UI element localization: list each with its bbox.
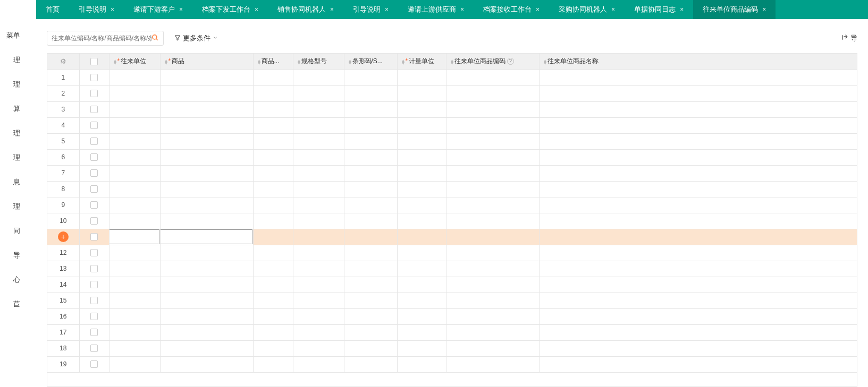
cell[interactable] — [109, 181, 160, 197]
cell[interactable] — [253, 229, 293, 245]
close-icon[interactable]: × — [385, 6, 389, 13]
cell[interactable] — [539, 213, 857, 229]
cell[interactable] — [397, 213, 446, 229]
cell[interactable] — [109, 308, 160, 324]
cell[interactable] — [109, 165, 160, 181]
cell[interactable] — [160, 165, 253, 181]
cell[interactable] — [344, 70, 397, 85]
header-partner-code[interactable]: ▴▾往来单位商品编码? — [446, 54, 539, 70]
row-checkbox[interactable] — [90, 122, 98, 129]
cell[interactable] — [160, 277, 253, 293]
row-checkbox[interactable] — [90, 313, 98, 320]
cell[interactable] — [539, 133, 857, 149]
cell[interactable] — [293, 117, 344, 133]
sidebar-item-6[interactable]: 息 — [0, 175, 23, 189]
header-settings[interactable]: ⚙ — [47, 54, 79, 70]
cell[interactable] — [293, 101, 344, 117]
cell[interactable] — [293, 149, 344, 165]
cell[interactable] — [446, 149, 539, 165]
checkbox-all[interactable] — [90, 58, 98, 65]
row-checkbox[interactable] — [90, 233, 98, 240]
cell[interactable] — [109, 213, 160, 229]
cell[interactable] — [293, 229, 344, 245]
cell[interactable] — [109, 133, 160, 149]
cell[interactable] — [160, 117, 253, 133]
cell[interactable] — [293, 293, 344, 308]
cell[interactable] — [344, 229, 397, 245]
tab-7[interactable]: 档案接收工作台× — [474, 0, 549, 19]
cell[interactable] — [446, 181, 539, 197]
cell[interactable] — [397, 117, 446, 133]
header-unit[interactable]: ▴▾*往来单位 — [109, 54, 160, 70]
more-filter-button[interactable]: 更多条件 — [174, 33, 218, 43]
cell[interactable] — [397, 85, 446, 101]
cell[interactable] — [293, 133, 344, 149]
cell[interactable] — [344, 340, 397, 356]
cell[interactable] — [539, 308, 857, 324]
close-icon[interactable]: × — [460, 6, 464, 13]
header-partner-name[interactable]: ▴▾往来单位商品名称 — [539, 54, 857, 70]
cell[interactable] — [293, 308, 344, 324]
cell[interactable] — [253, 277, 293, 293]
header-barcode[interactable]: ▴▾条形码/S... — [344, 54, 397, 70]
sidebar-item-1[interactable]: 理 — [0, 53, 23, 67]
sidebar-item-9[interactable]: 导 — [0, 248, 23, 262]
cell[interactable] — [109, 293, 160, 308]
cell[interactable] — [344, 149, 397, 165]
cell[interactable] — [253, 293, 293, 308]
cell[interactable] — [253, 181, 293, 197]
close-icon[interactable]: × — [330, 6, 334, 13]
cell[interactable] — [160, 85, 253, 101]
cell[interactable] — [253, 70, 293, 85]
sidebar-item-3[interactable]: 算 — [0, 102, 23, 116]
cell[interactable] — [293, 70, 344, 85]
cell[interactable] — [397, 101, 446, 117]
row-checkbox[interactable] — [90, 153, 98, 161]
export-button[interactable]: 导 — [841, 33, 857, 43]
cell[interactable] — [397, 229, 446, 245]
row-checkbox[interactable] — [90, 90, 98, 97]
sidebar-item-8[interactable]: 同 — [0, 224, 23, 238]
sidebar-item-10[interactable]: 心 — [0, 273, 23, 287]
tab-4[interactable]: 销售协同机器人× — [268, 0, 343, 19]
cell[interactable] — [446, 213, 539, 229]
cell[interactable] — [160, 197, 253, 213]
cell-input[interactable] — [160, 229, 252, 244]
tab-0[interactable]: 首页 — [36, 0, 69, 19]
cell[interactable] — [344, 245, 397, 261]
cell[interactable] — [446, 308, 539, 324]
cell[interactable] — [397, 340, 446, 356]
cell[interactable] — [293, 85, 344, 101]
cell[interactable] — [253, 324, 293, 340]
cell[interactable] — [539, 181, 857, 197]
row-checkbox[interactable] — [90, 265, 98, 272]
cell[interactable] — [539, 261, 857, 277]
cell[interactable] — [293, 165, 344, 181]
sidebar-item-0[interactable]: 菜单 — [0, 29, 23, 42]
cell[interactable] — [160, 133, 253, 149]
close-icon[interactable]: × — [611, 6, 615, 13]
header-product[interactable]: ▴▾*商品 — [160, 54, 253, 70]
cell[interactable] — [293, 261, 344, 277]
cell[interactable] — [446, 277, 539, 293]
cell[interactable] — [397, 324, 446, 340]
cell[interactable] — [109, 277, 160, 293]
cell[interactable] — [539, 229, 857, 245]
cell-input[interactable] — [109, 229, 159, 244]
row-checkbox[interactable] — [90, 217, 98, 225]
cell[interactable] — [539, 293, 857, 308]
cell[interactable] — [160, 340, 253, 356]
cell[interactable] — [539, 165, 857, 181]
cell[interactable] — [446, 85, 539, 101]
cell[interactable] — [253, 213, 293, 229]
cell[interactable] — [109, 117, 160, 133]
cell[interactable] — [397, 261, 446, 277]
cell[interactable] — [446, 324, 539, 340]
row-checkbox[interactable] — [90, 185, 98, 193]
cell[interactable] — [253, 165, 293, 181]
cell[interactable] — [446, 165, 539, 181]
tab-9[interactable]: 单据协同日志× — [625, 0, 693, 19]
cell[interactable] — [344, 261, 397, 277]
cell[interactable] — [253, 197, 293, 213]
cell[interactable] — [397, 356, 446, 372]
